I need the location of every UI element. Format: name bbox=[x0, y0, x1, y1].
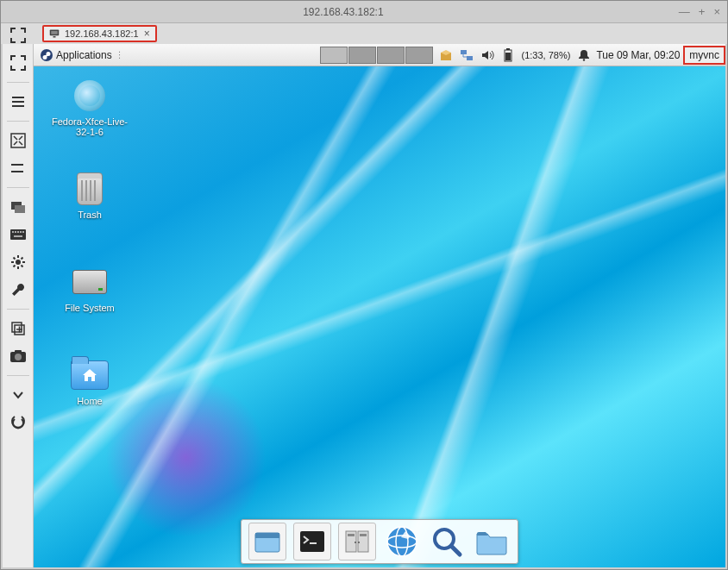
svg-rect-17 bbox=[15, 350, 22, 353]
keyboard-icon[interactable] bbox=[8, 224, 28, 245]
minimize-button[interactable]: — bbox=[679, 5, 690, 18]
grab-input-icon[interactable] bbox=[8, 158, 28, 179]
dock-app-finder[interactable] bbox=[428, 523, 466, 561]
svg-rect-34 bbox=[360, 534, 367, 536]
drive-icon bbox=[71, 263, 109, 301]
svg-point-36 bbox=[358, 542, 360, 543]
svg-rect-5 bbox=[15, 205, 25, 213]
xfce-top-panel: Applications ⋮ (1:33, 78%) bbox=[34, 44, 725, 66]
battery-status[interactable]: (1:33, 78%) bbox=[522, 50, 571, 60]
svg-rect-33 bbox=[348, 534, 355, 536]
svg-rect-8 bbox=[15, 231, 16, 233]
duplicate-icon[interactable] bbox=[8, 318, 28, 339]
toolbar-separator bbox=[7, 82, 29, 83]
svg-point-27 bbox=[583, 59, 585, 60]
svg-rect-10 bbox=[20, 231, 22, 233]
remote-desktop[interactable]: Applications ⋮ (1:33, 78%) bbox=[34, 44, 725, 567]
svg-rect-14 bbox=[12, 323, 22, 332]
close-tab-icon[interactable]: × bbox=[144, 28, 150, 40]
svg-rect-9 bbox=[17, 231, 19, 233]
toolbar-separator bbox=[7, 187, 29, 188]
svg-rect-1 bbox=[51, 31, 58, 34]
desktop-icon-label: Trash bbox=[51, 210, 129, 220]
maximize-button[interactable]: + bbox=[699, 5, 706, 18]
toolbar-separator bbox=[7, 375, 29, 376]
toolbar-separator bbox=[7, 309, 29, 310]
connection-tabbar: 192.168.43.182:1 × bbox=[1, 23, 727, 44]
svg-rect-22 bbox=[461, 50, 467, 54]
svg-rect-12 bbox=[14, 235, 22, 237]
svg-rect-7 bbox=[12, 231, 14, 233]
desktop-icon-filesystem[interactable]: File System bbox=[51, 263, 129, 313]
disconnect-icon[interactable] bbox=[8, 412, 28, 433]
menu-handle-icon: ⋮ bbox=[116, 50, 124, 60]
svg-point-13 bbox=[16, 260, 21, 265]
dock-web-browser[interactable] bbox=[383, 523, 421, 561]
monitor-icon bbox=[49, 28, 60, 39]
fullscreen-icon[interactable] bbox=[8, 53, 28, 73]
dock-file-manager[interactable] bbox=[338, 523, 376, 561]
home-folder-icon bbox=[71, 356, 109, 394]
battery-icon[interactable] bbox=[501, 48, 515, 62]
desktop-icon-label: Fedora-Xfce-Live-32-1-6 bbox=[51, 116, 129, 137]
toolbar-separator bbox=[7, 121, 29, 122]
wrench-icon[interactable] bbox=[8, 279, 28, 300]
desktop-icon-livecd[interactable]: Fedora-Xfce-Live-32-1-6 bbox=[51, 77, 129, 137]
applications-menu-button[interactable]: Applications ⋮ bbox=[34, 44, 131, 66]
desktop-icon-label: File System bbox=[51, 303, 129, 313]
window-title: 192.168.43.182:1 bbox=[8, 6, 679, 18]
send-keys-icon[interactable] bbox=[8, 197, 28, 217]
window-titlebar[interactable]: 192.168.43.182:1 — + × bbox=[1, 1, 727, 23]
desktop-icon-label: Home bbox=[51, 396, 129, 406]
clock[interactable]: Tue 09 Mar, 09:20 bbox=[596, 49, 683, 61]
svg-rect-2 bbox=[53, 36, 56, 38]
scaling-icon[interactable] bbox=[8, 130, 28, 151]
xfce-bottom-dock bbox=[241, 519, 518, 564]
connection-tab[interactable]: 192.168.43.182:1 × bbox=[42, 25, 157, 42]
menu-icon[interactable] bbox=[8, 91, 28, 112]
dock-terminal[interactable] bbox=[293, 523, 331, 561]
notification-bell-icon[interactable] bbox=[577, 48, 591, 62]
svg-point-35 bbox=[355, 542, 356, 543]
package-update-icon[interactable] bbox=[439, 48, 453, 62]
svg-rect-29 bbox=[255, 533, 279, 538]
desktop-wallpaper[interactable]: Fedora-Xfce-Live-32-1-6 Trash File Syste… bbox=[34, 66, 725, 567]
vnc-viewer-window: 192.168.43.182:1 — + × 192.168.43.182:1 … bbox=[0, 0, 728, 570]
gear-icon[interactable] bbox=[8, 252, 28, 272]
trash-icon bbox=[71, 170, 109, 208]
svg-rect-26 bbox=[505, 53, 511, 60]
svg-rect-3 bbox=[11, 134, 25, 147]
workspace-2[interactable] bbox=[348, 47, 376, 64]
svg-rect-25 bbox=[506, 48, 510, 50]
dock-directory[interactable] bbox=[473, 523, 511, 561]
workspace-1[interactable] bbox=[320, 47, 348, 64]
user-menu-button[interactable]: myvnc bbox=[683, 46, 725, 65]
svg-rect-11 bbox=[22, 231, 24, 233]
workspace-switcher[interactable] bbox=[320, 47, 434, 64]
camera-icon[interactable] bbox=[8, 346, 28, 366]
fedora-logo-icon bbox=[41, 49, 53, 61]
svg-rect-30 bbox=[300, 531, 324, 552]
dock-show-desktop[interactable] bbox=[248, 523, 286, 561]
workspace-3[interactable] bbox=[377, 47, 405, 64]
svg-rect-6 bbox=[10, 229, 26, 240]
chevron-down-icon[interactable] bbox=[8, 385, 28, 405]
viewer-toolbar bbox=[3, 44, 34, 567]
connection-tab-label: 192.168.43.182:1 bbox=[65, 28, 139, 39]
volume-icon[interactable] bbox=[480, 48, 494, 62]
workspace-4[interactable] bbox=[405, 47, 433, 64]
fullscreen-exit-icon[interactable] bbox=[8, 25, 28, 46]
system-tray: (1:33, 78%) bbox=[434, 48, 597, 62]
close-window-button[interactable]: × bbox=[713, 5, 720, 18]
desktop-icon-home[interactable]: Home bbox=[51, 356, 129, 406]
svg-point-18 bbox=[15, 354, 22, 360]
disc-icon bbox=[71, 77, 109, 115]
desktop-icon-trash[interactable]: Trash bbox=[51, 170, 129, 220]
applications-label: Applications bbox=[56, 49, 112, 61]
network-icon[interactable] bbox=[460, 48, 474, 62]
